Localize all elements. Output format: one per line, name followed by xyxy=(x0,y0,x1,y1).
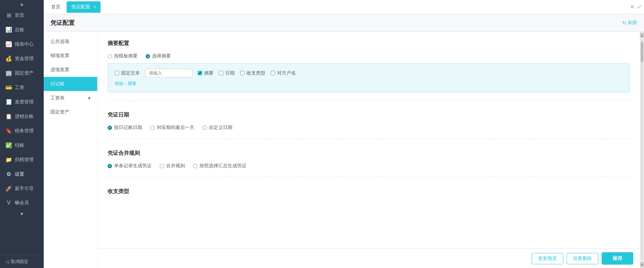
select-total-option[interactable]: 按照选择汇总生成凭证 xyxy=(193,163,247,169)
settings-icon: ⚙ xyxy=(5,171,12,177)
sidebar-item-archive[interactable]: 📁 归档管理 xyxy=(0,152,44,167)
journal-date-radio[interactable] xyxy=(108,126,112,130)
scroll-up-button[interactable]: ▲ xyxy=(640,33,644,38)
batch-delete-button[interactable]: 批量删除 xyxy=(567,253,598,264)
nav-sales-invoice[interactable]: 销项发票 xyxy=(44,49,97,63)
custom-date-option[interactable]: 自定义日期 xyxy=(202,125,232,131)
guide-icon: 🚀 xyxy=(5,185,12,192)
summary-select-option[interactable]: 选择摘要 xyxy=(146,53,171,59)
sidebar: ▲ ⊞ 首页 📊 总账 📈 报表中心 💰 资金管理 🏢 固定资产 💳 工资 🧾 … xyxy=(0,0,44,268)
vip-icon: V xyxy=(5,200,12,206)
summary-select-radio[interactable] xyxy=(146,54,150,58)
last-day-radio[interactable] xyxy=(150,126,155,130)
summary-template-radio[interactable] xyxy=(108,54,112,58)
sidebar-item-settle[interactable]: ✅ 结账 xyxy=(0,138,44,152)
salary-icon: 💳 xyxy=(5,84,12,91)
page-body: 公共选项 销项发票 进项发票 日记账 工资表 ▾ 固定资产 xyxy=(44,32,644,268)
nav-fixed-assets[interactable]: 固定资产 xyxy=(44,105,97,119)
save-button[interactable]: 保存 xyxy=(602,252,633,265)
ledger-icon: 📊 xyxy=(5,27,12,33)
merge-radio-group: 单条记录生成凭证 合并规则 按照选择汇总生成凭证 xyxy=(108,163,630,169)
bottom-action-bar: 更新预置 批量删除 保存 xyxy=(98,249,640,268)
unpin-icon: ◁ xyxy=(5,259,9,264)
archive-icon: 📁 xyxy=(5,157,12,163)
sales-icon: 📋 xyxy=(5,113,12,120)
settle-icon: ✅ xyxy=(5,142,12,148)
right-scrollbar: ▲ ▼ xyxy=(640,32,644,268)
merge-rule-option[interactable]: 合并规则 xyxy=(160,163,185,169)
date-section: 凭证日期 按日记账日期 对应期间最后一天 xyxy=(108,111,630,139)
select-total-radio[interactable] xyxy=(193,164,197,168)
income-type-title: 收支类型 xyxy=(108,188,630,195)
single-record-radio[interactable] xyxy=(108,164,112,168)
sidebar-item-home[interactable]: ⊞ 首页 xyxy=(0,8,44,23)
sidebar-item-report[interactable]: 📈 报表中心 xyxy=(0,37,44,51)
sidebar-scroll-down[interactable]: ▼ xyxy=(0,210,44,218)
sidebar-item-tax[interactable]: 🔖 税务管理 xyxy=(0,124,44,138)
summary-checkbox-label[interactable]: 摘要 xyxy=(198,70,214,76)
tab-home[interactable]: 首页 xyxy=(46,1,65,13)
sidebar-item-vip[interactable]: V 畅会员 xyxy=(0,196,44,210)
nav-arrow-icon: ▾ xyxy=(88,95,90,101)
scroll-down-button[interactable]: ▼ xyxy=(640,262,644,267)
summary-config-box: 固定文本 摘要 日期 xyxy=(108,63,630,92)
sidebar-unpin-button[interactable]: ◁ 取消固定 xyxy=(0,255,44,268)
tab-bar: 首页 凭证配置 × ✕ ⤢ xyxy=(44,0,644,14)
summary-radio-group: 按模板摘要 选择摘要 xyxy=(108,53,630,59)
fixed-text-input[interactable] xyxy=(145,69,192,77)
date-checkbox[interactable] xyxy=(219,71,223,75)
summary-example: 例如：摘要 xyxy=(115,81,623,87)
sidebar-item-guide[interactable]: 🚀 新手引导 xyxy=(0,181,44,196)
fund-icon: 💰 xyxy=(5,55,12,62)
counterpart-checkbox-label[interactable]: 对方户名 xyxy=(271,70,296,76)
nav-journal[interactable]: 日记账 xyxy=(44,77,97,91)
left-nav: 公共选项 销项发票 进项发票 日记账 工资表 ▾ 固定资产 xyxy=(44,32,98,268)
page-header: 凭证配置 ↻ 刷新 xyxy=(44,14,644,32)
tab-resize-button[interactable]: ⤢ xyxy=(637,4,641,10)
nav-public[interactable]: 公共选项 xyxy=(44,35,97,49)
refresh-button[interactable]: ↻ 刷新 xyxy=(622,20,637,26)
scrollbar-track xyxy=(641,39,643,261)
single-record-option[interactable]: 单条记录生成凭证 xyxy=(108,163,152,169)
counterpart-checkbox[interactable] xyxy=(271,71,275,75)
merge-section: 凭证合并规则 单条记录生成凭证 合并规则 xyxy=(108,150,630,177)
asset-icon: 🏢 xyxy=(5,70,12,76)
custom-date-radio[interactable] xyxy=(202,126,207,130)
income-type-checkbox-label[interactable]: 收支类型 xyxy=(240,70,265,76)
last-day-option[interactable]: 对应期间最后一天 xyxy=(150,125,194,131)
refresh-icon: ↻ xyxy=(622,20,627,26)
summary-title: 摘要配置 xyxy=(108,40,630,47)
sidebar-item-sales[interactable]: 📋 进销台账 xyxy=(0,109,44,124)
scrollbar-thumb[interactable] xyxy=(641,42,643,62)
date-title: 凭证日期 xyxy=(108,111,630,119)
tab-close-window-button[interactable]: ✕ xyxy=(630,4,634,10)
date-checkbox-label[interactable]: 日期 xyxy=(219,70,235,76)
nav-salary-table[interactable]: 工资表 ▾ xyxy=(44,91,97,105)
content-area: 摘要配置 按模板摘要 选择摘要 xyxy=(98,32,640,249)
tax-icon: 🔖 xyxy=(5,128,12,134)
sidebar-scroll-up[interactable]: ▲ xyxy=(0,0,44,8)
sidebar-item-fund[interactable]: 💰 资金管理 xyxy=(0,51,44,66)
journal-date-option[interactable]: 按日记账日期 xyxy=(108,125,142,131)
sidebar-item-salary[interactable]: 💳 工资 xyxy=(0,80,44,95)
update-preview-button[interactable]: 更新预置 xyxy=(532,253,563,264)
fixed-text-checkbox[interactable] xyxy=(115,71,119,75)
summary-section: 摘要配置 按模板摘要 选择摘要 xyxy=(108,40,630,101)
nav-purchase-invoice[interactable]: 进项发票 xyxy=(44,63,97,77)
merge-rule-radio[interactable] xyxy=(160,164,164,168)
income-type-section: 收支类型 xyxy=(108,188,630,209)
summary-template-option[interactable]: 按模板摘要 xyxy=(108,53,138,59)
income-type-checkbox[interactable] xyxy=(240,71,244,75)
date-radio-group: 按日记账日期 对应期间最后一天 自定义日期 xyxy=(108,125,630,131)
fixed-text-checkbox-label[interactable]: 固定文本 xyxy=(115,70,140,76)
invoice-icon: 🧾 xyxy=(5,99,12,105)
merge-title: 凭证合并规则 xyxy=(108,150,630,157)
sidebar-item-ledger[interactable]: 📊 总账 xyxy=(0,23,44,37)
tab-close-button[interactable]: × xyxy=(93,5,96,9)
home-icon: ⊞ xyxy=(5,12,12,18)
summary-checkbox[interactable] xyxy=(198,71,202,75)
sidebar-item-settings[interactable]: ⚙ 设置 xyxy=(0,167,44,181)
sidebar-item-invoice[interactable]: 🧾 发票管理 xyxy=(0,95,44,109)
tab-voucher-config[interactable]: 凭证配置 × xyxy=(67,1,101,13)
sidebar-item-asset[interactable]: 🏢 固定资产 xyxy=(0,66,44,80)
